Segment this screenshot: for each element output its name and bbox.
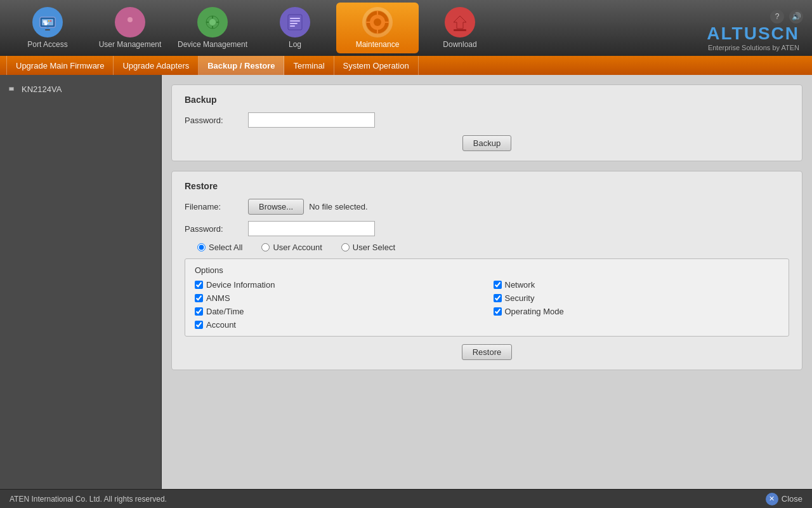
svg-rect-3 bbox=[45, 29, 50, 30]
backup-password-row: Password: bbox=[185, 112, 789, 128]
logo-text: ALTUSCN bbox=[707, 23, 799, 44]
option-operating-mode[interactable]: Operating Mode bbox=[494, 307, 780, 316]
nav-device-management-label: Device Management bbox=[178, 40, 247, 49]
sub-nav-system-operation[interactable]: System Operation bbox=[334, 56, 419, 75]
backup-section: Backup Password: Backup bbox=[171, 84, 802, 161]
radio-select-all-label: Select All bbox=[209, 243, 242, 252]
nav-user-management[interactable]: User Management bbox=[89, 3, 171, 53]
restore-radio-group: Select All User Account User Select bbox=[185, 243, 789, 252]
option-network-checkbox[interactable] bbox=[494, 281, 502, 289]
nav-device-management[interactable]: Device Management bbox=[171, 3, 254, 53]
option-datetime[interactable]: Date/Time bbox=[195, 307, 481, 316]
content-area: Backup Password: Backup Restore Filename… bbox=[162, 75, 812, 489]
option-network-label: Network bbox=[505, 280, 535, 290]
radio-user-select[interactable]: User Select bbox=[341, 243, 395, 252]
filename-row: Filename: Browse... No file selected. bbox=[185, 199, 789, 215]
radio-user-account-input[interactable] bbox=[261, 243, 270, 251]
browse-button[interactable]: Browse... bbox=[248, 199, 304, 215]
options-grid: Device Information Network ANMS Security bbox=[195, 280, 779, 330]
close-icon: ✕ bbox=[766, 493, 778, 505]
option-account-checkbox[interactable] bbox=[195, 321, 203, 329]
download-icon bbox=[445, 7, 475, 37]
svg-rect-20 bbox=[290, 25, 295, 27]
sidebar: KN2124VA bbox=[0, 75, 162, 489]
sidebar-item-kn2124va[interactable]: KN2124VA bbox=[0, 80, 161, 98]
sidebar-item-label: KN2124VA bbox=[22, 84, 62, 94]
filename-label: Filename: bbox=[185, 202, 248, 211]
device-management-icon bbox=[197, 7, 228, 37]
restore-password-label: Password: bbox=[185, 224, 248, 234]
nav-maintenance[interactable]: Maintenance bbox=[336, 3, 419, 53]
option-account[interactable]: Account bbox=[195, 320, 481, 330]
svg-rect-19 bbox=[290, 23, 298, 24]
radio-select-all[interactable]: Select All bbox=[197, 243, 242, 252]
nav-maintenance-label: Maintenance bbox=[356, 40, 400, 49]
option-security[interactable]: Security bbox=[494, 293, 780, 303]
option-operating-mode-label: Operating Mode bbox=[505, 307, 564, 316]
svg-marker-28 bbox=[454, 16, 466, 29]
option-network[interactable]: Network bbox=[494, 280, 780, 290]
restore-button-row: Restore bbox=[185, 344, 789, 360]
backup-title: Backup bbox=[185, 95, 789, 105]
top-right-icons: ? 🔊 bbox=[770, 4, 806, 23]
option-device-info-checkbox[interactable] bbox=[195, 281, 203, 289]
close-label: Close bbox=[782, 494, 802, 504]
nav-port-access[interactable]: ☛ Port Access bbox=[6, 3, 89, 53]
logo-sub: Enterprise Solutions by ATEN bbox=[708, 44, 799, 51]
sub-nav-upgrade-main[interactable]: Upgrade Main Firmware bbox=[6, 56, 114, 75]
svg-rect-16 bbox=[288, 15, 302, 30]
sub-nav-backup-restore[interactable]: Backup / Restore bbox=[199, 56, 284, 75]
option-datetime-label: Date/Time bbox=[206, 307, 244, 316]
backup-button[interactable]: Backup bbox=[462, 135, 511, 151]
nav-log[interactable]: Log bbox=[254, 3, 336, 53]
option-security-label: Security bbox=[505, 293, 535, 303]
help-icon[interactable]: ? bbox=[770, 10, 784, 23]
nav-download[interactable]: Download bbox=[419, 3, 501, 53]
option-device-info[interactable]: Device Information bbox=[195, 280, 481, 290]
sub-nav-upgrade-adapters[interactable]: Upgrade Adapters bbox=[114, 56, 199, 75]
restore-section: Restore Filename: Browse... No file sele… bbox=[171, 171, 802, 370]
svg-point-11 bbox=[209, 19, 216, 25]
audio-icon[interactable]: 🔊 bbox=[789, 10, 803, 23]
close-button[interactable]: ✕ Close bbox=[766, 493, 802, 505]
backup-button-row: Backup bbox=[185, 135, 789, 151]
no-file-text: No file selected. bbox=[309, 202, 368, 211]
nav-log-label: Log bbox=[289, 40, 301, 49]
main-layout: KN2124VA Backup Password: Backup Restore… bbox=[0, 75, 812, 489]
radio-user-account[interactable]: User Account bbox=[261, 243, 322, 252]
restore-title: Restore bbox=[185, 181, 789, 191]
svg-rect-26 bbox=[366, 22, 371, 23]
log-icon bbox=[280, 7, 310, 37]
svg-rect-29 bbox=[454, 29, 466, 31]
nav-port-access-label: Port Access bbox=[27, 40, 67, 49]
option-operating-mode-checkbox[interactable] bbox=[494, 307, 502, 316]
option-datetime-checkbox[interactable] bbox=[195, 307, 203, 316]
option-anms-label: ANMS bbox=[206, 293, 230, 303]
svg-point-23 bbox=[374, 18, 381, 26]
svg-rect-18 bbox=[290, 20, 300, 22]
restore-password-input[interactable] bbox=[248, 221, 375, 236]
backup-password-input[interactable] bbox=[248, 112, 375, 128]
option-anms-checkbox[interactable] bbox=[195, 294, 203, 302]
device-tree-icon bbox=[8, 84, 18, 94]
nav-user-management-label: User Management bbox=[99, 40, 162, 49]
svg-rect-31 bbox=[10, 88, 13, 90]
top-nav-bar: ☛ Port Access User Management bbox=[0, 0, 812, 56]
svg-rect-25 bbox=[377, 29, 378, 34]
svg-rect-27 bbox=[384, 22, 389, 23]
nav-download-label: Download bbox=[443, 40, 476, 49]
nav-items: ☛ Port Access User Management bbox=[6, 3, 707, 53]
radio-user-account-label: User Account bbox=[273, 243, 322, 252]
maintenance-icon bbox=[362, 7, 393, 37]
restore-button[interactable]: Restore bbox=[462, 344, 513, 360]
svg-rect-17 bbox=[290, 18, 300, 19]
bottom-bar: ATEN International Co. Ltd. All rights r… bbox=[0, 489, 812, 508]
options-box: Options Device Information Network ANMS bbox=[185, 258, 789, 337]
option-device-info-label: Device Information bbox=[206, 280, 275, 290]
radio-user-select-input[interactable] bbox=[341, 243, 350, 251]
option-anms[interactable]: ANMS bbox=[195, 293, 481, 303]
svg-rect-15 bbox=[216, 22, 219, 23]
sub-nav-terminal[interactable]: Terminal bbox=[284, 56, 334, 75]
radio-select-all-input[interactable] bbox=[197, 243, 206, 251]
option-security-checkbox[interactable] bbox=[494, 294, 502, 302]
